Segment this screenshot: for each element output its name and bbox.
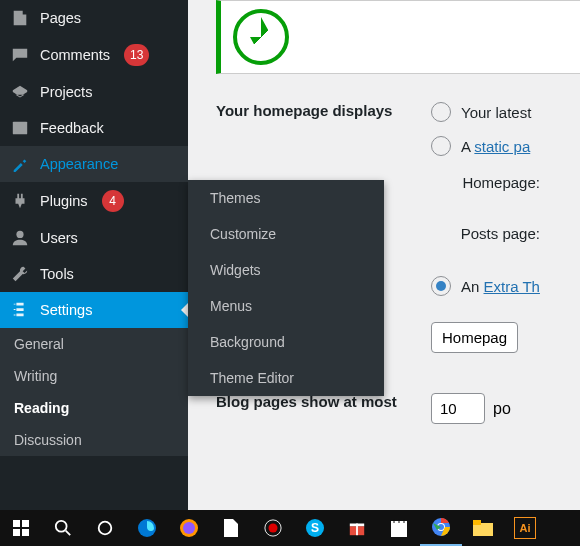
record-icon[interactable]: [252, 510, 294, 546]
pages-icon: [10, 8, 30, 28]
svg-rect-0: [13, 122, 27, 135]
settings-submenu: General Writing Reading Discussion: [0, 328, 188, 456]
blog-pages-input[interactable]: [431, 393, 485, 424]
admin-sidebar: Pages Comments 13 Projects Feedback Appe…: [0, 0, 188, 510]
jetpack-banner[interactable]: [216, 0, 580, 74]
comments-badge: 13: [124, 44, 149, 66]
radio-label: A static pa: [461, 138, 530, 155]
menu-label: Tools: [40, 266, 74, 282]
homepage-radios: Your latest A static pa Homepage: Posts …: [431, 102, 540, 353]
plugins-badge: 4: [102, 190, 124, 212]
illustrator-icon[interactable]: Ai: [504, 510, 546, 546]
menu-label: Pages: [40, 10, 81, 26]
flyout-customize[interactable]: Customize: [188, 216, 384, 252]
svg-rect-5: [22, 529, 29, 536]
static-page-link[interactable]: static pa: [474, 138, 530, 155]
svg-rect-4: [13, 529, 20, 536]
radio-static-page[interactable]: A static pa: [431, 136, 540, 156]
svg-rect-27: [473, 520, 481, 525]
flyout-background[interactable]: Background: [188, 324, 384, 360]
menu-label: Appearance: [40, 156, 118, 172]
blog-pages-row: Blog pages show at most po: [216, 393, 580, 424]
menu-label: Settings: [40, 302, 92, 318]
start-button[interactable]: [0, 510, 42, 546]
edge-icon[interactable]: [126, 510, 168, 546]
sidebar-item-users[interactable]: Users: [0, 220, 188, 256]
projects-icon: [10, 82, 30, 102]
gift-icon[interactable]: [336, 510, 378, 546]
sub-item-writing[interactable]: Writing: [0, 360, 188, 392]
menu-label: Comments: [40, 47, 110, 63]
appearance-icon: [10, 154, 30, 174]
radio-latest-posts[interactable]: Your latest: [431, 102, 540, 122]
radio-icon: [431, 136, 451, 156]
sidebar-item-feedback[interactable]: Feedback: [0, 110, 188, 146]
homepage-select[interactable]: Homepag: [431, 322, 518, 353]
sub-item-reading[interactable]: Reading: [0, 392, 188, 424]
svg-rect-2: [13, 520, 20, 527]
firefox-icon[interactable]: [168, 510, 210, 546]
jetpack-logo-icon: [233, 9, 289, 65]
flyout-themes[interactable]: Themes: [188, 180, 384, 216]
explorer-icon[interactable]: [462, 510, 504, 546]
settings-icon: [10, 300, 30, 320]
menu-label: Users: [40, 230, 78, 246]
posts-page-field-label: Posts page:: [431, 225, 540, 242]
appearance-flyout: Themes Customize Widgets Menus Backgroun…: [188, 180, 384, 396]
menu-label: Feedback: [40, 120, 104, 136]
radio-icon: [431, 102, 451, 122]
flyout-widgets[interactable]: Widgets: [188, 252, 384, 288]
svg-line-7: [66, 531, 71, 536]
feedback-icon: [10, 118, 30, 138]
notes-icon[interactable]: [378, 510, 420, 546]
sidebar-item-appearance[interactable]: Appearance: [0, 146, 188, 182]
menu-label: Plugins: [40, 193, 88, 209]
sidebar-item-comments[interactable]: Comments 13: [0, 36, 188, 74]
svg-point-13: [269, 524, 278, 533]
svg-point-8: [99, 522, 112, 535]
search-button[interactable]: [42, 510, 84, 546]
svg-text:S: S: [311, 521, 319, 535]
sidebar-item-projects[interactable]: Projects: [0, 74, 188, 110]
comments-icon: [10, 45, 30, 65]
cortana-button[interactable]: [84, 510, 126, 546]
file-icon[interactable]: [210, 510, 252, 546]
tools-icon: [10, 264, 30, 284]
plugins-icon: [10, 191, 30, 211]
blog-pages-suffix: po: [493, 400, 511, 418]
radio-label: An Extra Th: [461, 278, 540, 295]
extra-theme-link[interactable]: Extra Th: [484, 278, 540, 295]
svg-rect-18: [356, 524, 358, 536]
svg-rect-3: [22, 520, 29, 527]
sidebar-item-plugins[interactable]: Plugins 4: [0, 182, 188, 220]
svg-point-1: [16, 231, 23, 238]
sidebar-item-tools[interactable]: Tools: [0, 256, 188, 292]
menu-label: Projects: [40, 84, 92, 100]
svg-point-11: [183, 522, 195, 534]
skype-icon[interactable]: S: [294, 510, 336, 546]
svg-point-6: [56, 521, 67, 532]
sub-item-discussion[interactable]: Discussion: [0, 424, 188, 456]
sidebar-item-settings[interactable]: Settings: [0, 292, 188, 328]
windows-taskbar: S Ai: [0, 510, 580, 546]
homepage-label: Your homepage displays: [216, 102, 411, 119]
flyout-theme-editor[interactable]: Theme Editor: [188, 360, 384, 396]
users-icon: [10, 228, 30, 248]
radio-icon: [431, 276, 451, 296]
radio-extra-theme[interactable]: An Extra Th: [431, 276, 540, 296]
sidebar-item-pages[interactable]: Pages: [0, 0, 188, 36]
svg-rect-19: [391, 521, 407, 537]
chrome-icon[interactable]: [420, 510, 462, 546]
sub-item-general[interactable]: General: [0, 328, 188, 360]
radio-label: Your latest: [461, 104, 531, 121]
flyout-menus[interactable]: Menus: [188, 288, 384, 324]
homepage-field-label: Homepage:: [431, 174, 540, 191]
